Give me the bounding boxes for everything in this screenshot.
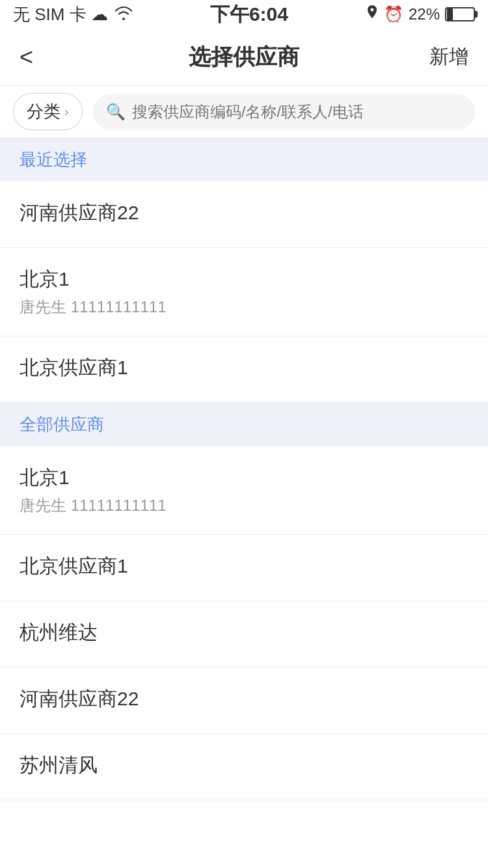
item-name: 北京1 [20,465,468,491]
list-item[interactable]: 河南供应商22 [0,182,488,248]
item-name: 北京供应商1 [20,355,468,381]
list-item[interactable]: 河南供应商22 [0,668,488,734]
all-items-list: 北京1唐先生 11111111111北京供应商1杭州维达河南供应商22苏州清风 [0,446,488,800]
recent-section-header: 最近选择 [0,138,488,182]
item-detail: 唐先生 11111111111 [20,495,468,516]
back-button[interactable]: < [20,44,59,71]
all-section-header: 全部供应商 [0,403,488,446]
battery-icon [445,7,475,21]
alarm-icon: ⏰ [384,5,403,23]
status-time: 下午6:04 [210,1,288,28]
category-button[interactable]: 分类 › [13,93,83,130]
search-box[interactable]: 🔍 [93,94,475,130]
page-title: 选择供应商 [189,42,299,72]
nav-bar: < 选择供应商 新增 [0,29,488,86]
item-name: 河南供应商22 [20,200,468,226]
search-icon: 🔍 [106,103,126,121]
sim-status: 无 SIM 卡 ☁ [13,3,108,26]
status-bar: 无 SIM 卡 ☁ 下午6:04 ⏰ 22% [0,0,488,29]
list-item[interactable]: 北京供应商1 [0,336,488,403]
add-button[interactable]: 新增 [429,44,468,70]
wifi-icon [115,5,133,25]
item-detail: 唐先生 11111111111 [20,297,468,318]
all-section-label: 全部供应商 [20,414,104,434]
item-name: 苏州清风 [20,752,468,779]
status-right: ⏰ 22% [366,5,475,23]
status-left: 无 SIM 卡 ☁ [13,3,133,26]
list-item[interactable]: 苏州清风 [0,734,488,800]
item-name: 杭州维达 [20,619,468,646]
recent-section-label: 最近选择 [20,150,87,169]
category-label: 分类 [27,100,61,123]
location-icon [366,5,379,23]
list-item[interactable]: 杭州维达 [0,601,488,668]
item-name: 北京1 [20,266,468,293]
item-name: 北京供应商1 [20,553,468,580]
battery-percent: 22% [409,5,440,23]
filter-bar: 分类 › 🔍 [0,86,488,138]
search-input[interactable] [132,103,462,121]
list-item[interactable]: 北京供应商1 [0,535,488,601]
list-item[interactable]: 北京1唐先生 11111111111 [0,248,488,336]
chevron-right-icon: › [64,104,69,119]
list-item[interactable]: 北京1唐先生 11111111111 [0,446,488,535]
item-name: 河南供应商22 [20,686,468,712]
recent-items-list: 河南供应商22北京1唐先生 11111111111北京供应商1 [0,182,488,403]
